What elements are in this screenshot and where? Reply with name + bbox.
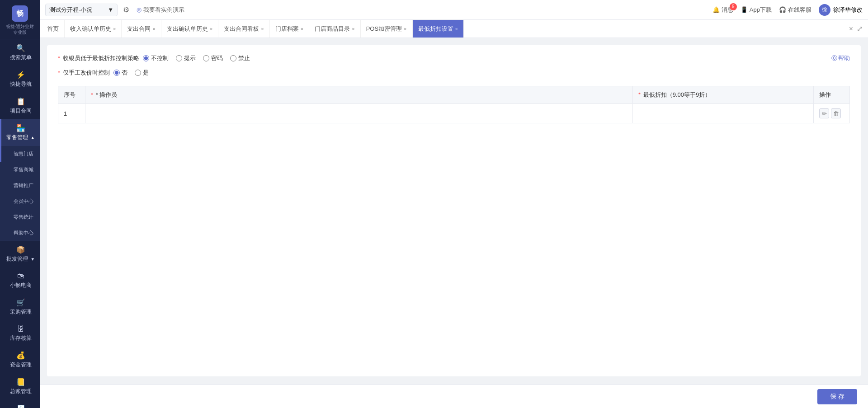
user-menu[interactable]: 徐 徐泽华修改 — [819, 4, 863, 16]
tab-home[interactable]: 首页 — [42, 20, 65, 38]
search-icon: 🔍 — [16, 44, 25, 52]
sidebar-item-ecom[interactable]: 🛍 小畅电商 — [0, 267, 40, 294]
sidebar-item-help[interactable]: 帮助中心 — [0, 225, 40, 241]
tab-close-all-button[interactable]: × — [849, 25, 853, 33]
radio-hint[interactable]: 提示 — [176, 54, 196, 62]
tab-store-file-label: 门店档案 — [275, 25, 299, 33]
tab-payment-history[interactable]: 支出确认单历史 × — [161, 20, 218, 38]
message-button[interactable]: 🔔 消息 9 — [712, 6, 733, 14]
finance-icon: 💰 — [16, 351, 25, 360]
save-button[interactable]: 保 存 — [817, 389, 857, 404]
tab-payment-contract-close[interactable]: × — [152, 26, 155, 32]
radio-forbid[interactable]: 禁止 — [230, 54, 250, 62]
tab-store-goods-close[interactable]: × — [352, 26, 354, 32]
project-dropdown-icon: ▼ — [108, 6, 113, 13]
sidebar-item-store[interactable]: 零售商城 — [0, 162, 40, 178]
radio-no-control[interactable]: 不控制 — [143, 54, 169, 62]
sidebar-item-stats[interactable]: 零售统计 — [0, 209, 40, 225]
delete-button[interactable]: 🗑 — [831, 108, 841, 118]
sidebar-item-label: 营销推广 — [14, 182, 33, 189]
topbar: 测试分开程-小况 ▼ ⚙ ◎ 我要看实例演示 🔔 消息 9 📱 App下载 🎧 … — [40, 0, 868, 20]
form-row-1: * 收银员低于最低折扣控制策略 不控制 提示 密码 — [58, 54, 850, 62]
sidebar-item-smart[interactable]: 智慧门店 — [0, 146, 40, 162]
sidebar-item-ledger[interactable]: 📒 总账管理 — [0, 373, 40, 400]
sidebar-item-label: 会员中心 — [14, 198, 33, 205]
tab-pos-password-close[interactable]: × — [404, 26, 406, 32]
cell-discount[interactable] — [633, 104, 814, 123]
sidebar-item-label: 库存核算 — [10, 334, 32, 342]
app-icon: 📱 — [741, 6, 748, 13]
table-row: 1 ✏ 🗑 — [58, 104, 850, 123]
col-header-operator: * * 操作员 — [85, 86, 633, 104]
col-header-seq: 序号 — [58, 86, 85, 104]
tab-store-file[interactable]: 门店档案 × — [270, 20, 309, 38]
sidebar-item-retail[interactable]: 🏪 零售管理 ▲ — [0, 119, 40, 146]
radio-yes[interactable]: 是 — [135, 69, 149, 77]
tab-min-discount-label: 最低折扣设置 — [418, 25, 453, 33]
sidebar-item-label: 项目合同 — [10, 107, 32, 115]
project-selector[interactable]: 测试分开程-小况 ▼ — [45, 4, 118, 16]
tab-pos-password[interactable]: POS加密管理 × — [361, 20, 413, 38]
topbar-demo-button[interactable]: ◎ 我要看实例演示 — [137, 6, 184, 14]
field1-label: * 收银员低于最低折扣控制策略 — [58, 54, 139, 62]
tab-home-label: 首页 — [47, 25, 59, 33]
sidebar-item-marketing[interactable]: 营销推广 — [0, 178, 40, 193]
sidebar-item-label: 零售商城 — [14, 166, 33, 173]
support-button[interactable]: 🎧 在线客服 — [779, 6, 811, 14]
page-footer: 保 存 — [40, 385, 868, 408]
cell-operator[interactable] — [85, 104, 633, 123]
wholesale-icon: 📦 — [16, 245, 25, 254]
sidebar-item-member[interactable]: 会员中心 — [0, 193, 40, 209]
tab-store-file-close[interactable]: × — [301, 26, 303, 32]
tab-payment-history-label: 支出确认单历史 — [167, 25, 208, 33]
action-buttons: ✏ 🗑 — [819, 108, 844, 118]
tab-min-discount[interactable]: 最低折扣设置 × — [413, 20, 464, 38]
cell-seq: 1 — [58, 104, 85, 123]
sidebar-item-wholesale[interactable]: 📦 批发管理 ▼ — [0, 241, 40, 267]
sidebar: 畅 畅捷·通好业财 专业版 🔍 搜索菜单 ⚡ 快捷导航 📋 项目合同 🏪 零售管… — [0, 0, 40, 408]
field2-radio-group: 否 是 — [113, 69, 149, 77]
purchase-icon: 🛒 — [16, 298, 25, 307]
help-link[interactable]: ⓪ 帮助 — [831, 54, 850, 62]
tab-expand-button[interactable]: ⤢ — [857, 24, 863, 33]
tab-payment-contract-label: 支出合同 — [127, 25, 151, 33]
tab-income-history[interactable]: 收入确认单历史 × — [65, 20, 122, 38]
sidebar-item-label: 智慧门店 — [14, 150, 33, 157]
message-badge: 9 — [730, 3, 737, 10]
tab-payment-history-close[interactable]: × — [210, 26, 212, 32]
field1-radio-group: 不控制 提示 密码 禁止 — [143, 54, 250, 62]
main-content: 测试分开程-小况 ▼ ⚙ ◎ 我要看实例演示 🔔 消息 9 📱 App下载 🎧 … — [40, 0, 868, 408]
field2-label: * 仅手工改价时控制 — [58, 69, 110, 77]
message-icon: 🔔 — [712, 6, 720, 13]
tab-payment-contract[interactable]: 支出合同 × — [122, 20, 161, 38]
app-download-button[interactable]: 📱 App下载 — [741, 6, 772, 14]
tab-income-history-close[interactable]: × — [113, 26, 116, 32]
sidebar-item-label: 帮助中心 — [14, 230, 33, 236]
edit-button[interactable]: ✏ — [819, 108, 829, 118]
page-content: ⓪ 帮助 * 收银员低于最低折扣控制策略 不控制 提示 — [40, 38, 868, 385]
radio-no[interactable]: 否 — [113, 69, 127, 77]
invoice-icon: 🧾 — [16, 404, 25, 408]
tab-min-discount-close[interactable]: × — [455, 26, 458, 32]
cell-action: ✏ 🗑 — [814, 104, 850, 123]
tab-payment-board-close[interactable]: × — [261, 26, 264, 32]
sidebar-item-purchase[interactable]: 🛒 采购管理 — [0, 294, 40, 320]
radio-password[interactable]: 密码 — [203, 54, 223, 62]
tab-pos-password-label: POS加密管理 — [366, 25, 402, 33]
support-icon: 🎧 — [779, 6, 786, 13]
sidebar-item-search[interactable]: 🔍 搜索菜单 — [0, 39, 40, 66]
sidebar-item-label: 零售统计 — [14, 214, 33, 220]
topbar-gear-button[interactable]: ⚙ — [121, 4, 131, 16]
sidebar-item-quicknav[interactable]: ⚡ 快捷导航 — [0, 66, 40, 93]
sidebar-item-project[interactable]: 📋 项目合同 — [0, 93, 40, 119]
tab-store-goods-label: 门店商品目录 — [315, 25, 350, 33]
sidebar-item-invoice[interactable]: 🧾 发票管理 — [0, 400, 40, 408]
sidebar-item-finance[interactable]: 💰 资金管理 — [0, 347, 40, 373]
sidebar-item-label: 批发管理 ▼ — [6, 255, 35, 263]
sidebar-item-inventory[interactable]: 🗄 库存核算 — [0, 320, 40, 347]
tab-store-goods[interactable]: 门店商品目录 × — [309, 20, 360, 38]
col-header-discount: * 最低折扣（9.00等于9折） — [633, 86, 814, 104]
tab-payment-board[interactable]: 支出合同看板 × — [218, 20, 269, 38]
tabs-bar: 首页 收入确认单历史 × 支出合同 × 支出确认单历史 × 支出合同看板 × 门… — [40, 20, 868, 38]
support-label: 在线客服 — [788, 6, 811, 14]
